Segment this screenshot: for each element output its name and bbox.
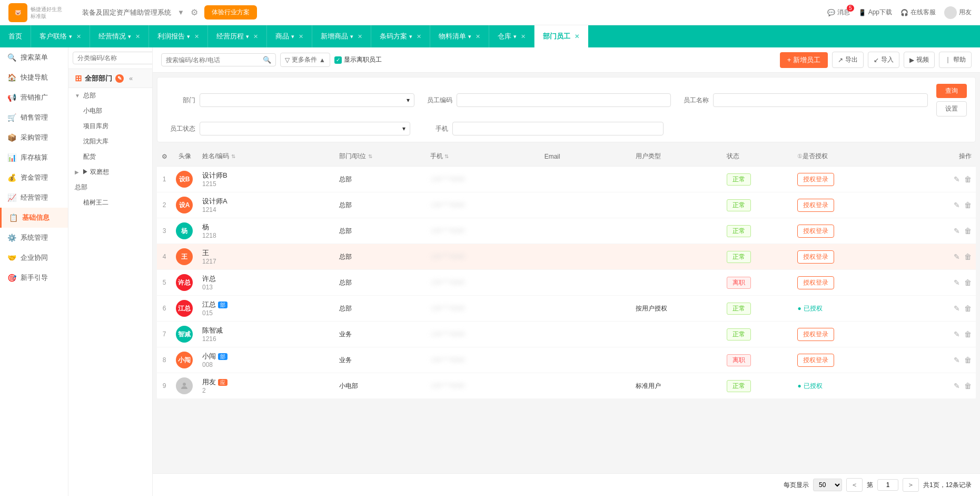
tab-profit[interactable]: 利润报告▾✕ — [149, 25, 208, 47]
next-page-btn[interactable]: ＞ — [903, 478, 919, 492]
sidebar-item-finance[interactable]: 💰 资金管理 — [0, 168, 68, 188]
settings-icon[interactable]: ⚙ — [191, 7, 198, 17]
tab-bom[interactable]: 物料清单▾✕ — [430, 25, 489, 47]
online-service-btn[interactable]: 🎧 在线客服 — [900, 8, 936, 17]
sort-dept-icon[interactable]: ⇅ — [368, 153, 372, 159]
sidebar-item-search[interactable]: 🔍 搜索菜单 — [0, 47, 68, 67]
auth-btn[interactable]: 授权登录 — [797, 276, 834, 289]
sidebar-item-purchase[interactable]: 📦 采购管理 — [0, 128, 68, 148]
sys-title: 装备及固定资产辅助管理系统 — [82, 8, 171, 17]
sidebar-item-marketing[interactable]: 📢 营销推广 — [0, 87, 68, 108]
delete-icon[interactable]: 🗑 — [964, 278, 972, 287]
col-dept[interactable]: 部门/职位 ⇅ — [335, 147, 426, 167]
tree-collapse-btn[interactable]: ✎ — [115, 74, 124, 83]
delete-icon[interactable]: 🗑 — [964, 382, 972, 390]
dept-select[interactable]: ▾ — [200, 93, 414, 107]
auth-btn[interactable]: 授权登录 — [797, 225, 834, 238]
phone-input[interactable] — [452, 122, 663, 135]
cell-op: ✎ 🗑 — [907, 167, 976, 192]
tab-customer[interactable]: 客户联络▾✕ — [31, 25, 90, 47]
delete-icon[interactable]: 🗑 — [964, 252, 972, 261]
tab-new-goods[interactable]: 新增商品▾✕ — [312, 25, 371, 47]
tree-item-planting[interactable]: 植树王二 — [68, 195, 152, 210]
search-input[interactable] — [166, 56, 261, 64]
sidebar-item-guide[interactable]: 🎯 新手引导 — [0, 268, 68, 288]
view-btn[interactable]: ▶ 视频 — [904, 52, 935, 68]
delete-icon[interactable]: 🗑 — [964, 175, 972, 183]
app-download-btn[interactable]: 📱 App下载 — [858, 8, 892, 17]
auth-btn[interactable]: 授权登录 — [797, 250, 834, 264]
help-btn[interactable]: ｜ 帮助 — [939, 52, 972, 68]
sidebar-item-sales[interactable]: 🛒 销售管理 — [0, 108, 68, 128]
emp-name-input[interactable] — [713, 93, 928, 107]
col-settings[interactable]: ⚙ — [157, 147, 172, 167]
col-name[interactable]: 姓名/编码 ⇅ — [198, 147, 335, 167]
edit-icon[interactable]: ✎ — [954, 382, 960, 390]
edit-icon[interactable]: ✎ — [954, 175, 960, 183]
tab-home[interactable]: 首页 — [0, 25, 31, 47]
query-btn[interactable]: 查询 — [936, 84, 967, 98]
current-page-input[interactable] — [877, 479, 898, 491]
edit-icon[interactable]: ✎ — [954, 330, 960, 338]
sidebar-item-collab[interactable]: 🤝 企业协同 — [0, 248, 68, 268]
tab-barcode[interactable]: 条码方案▾✕ — [371, 25, 430, 47]
emp-code-input[interactable] — [457, 93, 671, 107]
delete-icon[interactable]: 🗑 — [964, 330, 972, 338]
tab-history[interactable]: 经营历程▾✕ — [208, 25, 267, 47]
tab-operation[interactable]: 经营情况▾✕ — [90, 25, 149, 47]
auth-btn[interactable]: 授权登录 — [797, 173, 834, 186]
tree-item-zongbu[interactable]: 总部 — [68, 180, 152, 195]
edit-icon[interactable]: ✎ — [954, 252, 960, 261]
tree-search-input[interactable] — [73, 52, 153, 64]
delete-icon[interactable]: 🗑 — [964, 304, 972, 313]
tree-item-headquarters[interactable]: 总部 — [68, 88, 152, 103]
sort-name-icon[interactable]: ⇅ — [231, 153, 235, 159]
auth-btn[interactable]: 授权登录 — [797, 199, 834, 212]
cell-status: 正常 — [722, 192, 793, 218]
sort-phone-icon[interactable]: ⇅ — [444, 153, 449, 159]
status-select[interactable]: ▾ — [200, 122, 410, 135]
tree-item-shenyang[interactable]: 沈阳大库 — [68, 134, 152, 149]
cell-status: 离职 — [722, 347, 793, 373]
sidebar-item-system[interactable]: ⚙️ 系统管理 — [0, 228, 68, 248]
dropdown-icon[interactable]: ▼ — [177, 8, 184, 16]
sidebar-item-nav[interactable]: 🏠 快捷导航 — [0, 67, 68, 87]
message-btn[interactable]: 💬 消息 5 — [827, 8, 850, 17]
table-body: 1 设B 设计师B 1215 总部 138****8888 正常 授权登录 ✎ … — [157, 167, 976, 399]
tab-dept-staff[interactable]: 部门员工✕ — [534, 25, 588, 47]
per-page-select[interactable]: 50 20 100 — [813, 479, 842, 491]
cell-avatar: 设A — [172, 192, 198, 218]
user-btn[interactable]: 用友 — [944, 6, 972, 19]
add-employee-btn[interactable]: + 新增员工 — [780, 52, 828, 68]
delete-icon[interactable]: 🗑 — [964, 227, 972, 235]
prev-page-btn[interactable]: ＜ — [846, 478, 863, 492]
delete-icon[interactable]: 🗑 — [964, 201, 972, 209]
auth-btn[interactable]: 授权登录 — [797, 354, 834, 367]
trial-btn[interactable]: 体验行业方案 — [204, 5, 257, 20]
employee-table: ⚙ 头像 姓名/编码 ⇅ 部门/职位 ⇅ 手机 ⇅ Email 用户类型 状态 … — [157, 147, 976, 399]
sidebar-item-inventory[interactable]: 📊 库存核算 — [0, 148, 68, 168]
tree-collapse-arrow[interactable]: « — [129, 74, 133, 82]
edit-icon[interactable]: ✎ — [954, 278, 960, 287]
show-resigned-toggle[interactable]: ✓ 显示离职员工 — [334, 55, 382, 64]
tab-warehouse[interactable]: 仓库▾✕ — [489, 25, 534, 47]
edit-icon[interactable]: ✎ — [954, 227, 960, 235]
more-filter-btn[interactable]: ▽ 更多条件 ▲ — [280, 53, 330, 67]
sidebar-item-mgmt[interactable]: 📈 经营管理 — [0, 188, 68, 208]
sidebar-item-basic[interactable]: 📋 基础信息 — [0, 208, 68, 228]
export-btn[interactable]: ↗ 导出 — [832, 52, 864, 68]
tree-item-small-elec[interactable]: 小电部 — [68, 103, 152, 119]
search-submit-icon[interactable]: 🔍 — [263, 56, 271, 64]
import-btn[interactable]: ↙ 导入 — [868, 52, 899, 68]
col-phone[interactable]: 手机 ⇅ — [426, 147, 540, 167]
reset-btn[interactable]: 设置 — [936, 101, 967, 116]
tree-item-project[interactable]: 项目库房 — [68, 119, 152, 134]
edit-icon[interactable]: ✎ — [954, 201, 960, 209]
auth-btn[interactable]: 授权登录 — [797, 328, 834, 341]
tab-goods[interactable]: 商品▾✕ — [267, 25, 312, 47]
edit-icon[interactable]: ✎ — [954, 356, 960, 364]
delete-icon[interactable]: 🗑 — [964, 356, 972, 364]
tree-item-shuangmo[interactable]: ▶ 双磨想 — [68, 164, 152, 180]
edit-icon[interactable]: ✎ — [954, 304, 960, 313]
tree-item-peihu[interactable]: 配货 — [68, 149, 152, 164]
